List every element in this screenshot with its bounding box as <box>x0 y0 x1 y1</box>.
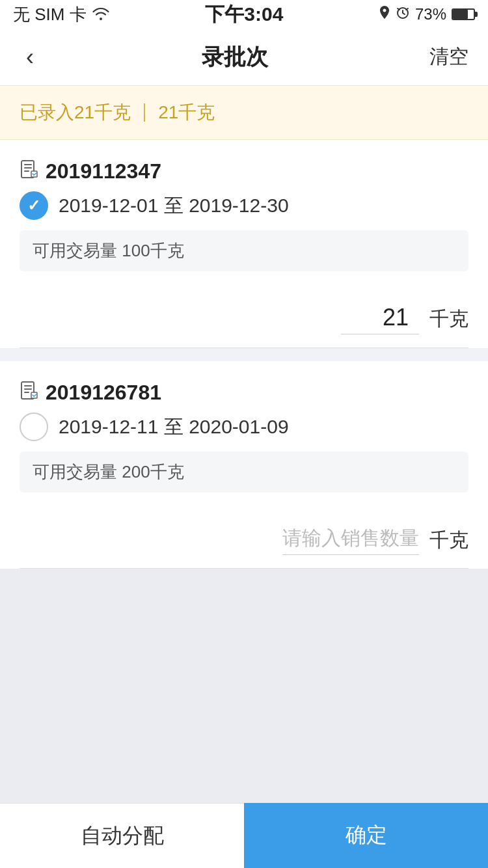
location-icon <box>379 5 390 23</box>
summary-value: 21千克 <box>158 100 215 125</box>
auto-distribute-button[interactable]: 自动分配 <box>0 803 244 868</box>
status-bar: 无 SIM 卡 下午3:04 73% <box>0 0 488 29</box>
summary-divider <box>144 103 145 122</box>
batch-id-2: 2019126781 <box>46 381 161 405</box>
qty-unit-2: 千克 <box>429 527 468 554</box>
batch-date-1: 2019-12-01 至 2019-12-30 <box>59 193 289 219</box>
battery-percent: 73% <box>415 5 446 23</box>
wifi-icon <box>92 5 110 25</box>
page-title: 录批次 <box>202 42 268 72</box>
batch-item-2: 2019126781 2019-12-11 至 2020-01-09 可用交易量… <box>0 361 488 519</box>
summary-banner: 已录入21千克 21千克 <box>0 86 488 140</box>
clear-button[interactable]: 清空 <box>429 44 468 70</box>
status-right: 73% <box>379 5 475 23</box>
batch-header-2: 2019126781 <box>20 381 468 405</box>
batch-card-1: 2019112347 2019-12-01 至 2019-12-30 可用交易量… <box>0 140 488 348</box>
batch-date-2: 2019-12-11 至 2020-01-09 <box>59 414 289 441</box>
qty-display-2[interactable]: 请输入销售数量 <box>282 525 419 555</box>
battery-icon <box>452 8 475 20</box>
no-sim-text: 无 SIM 卡 <box>13 3 87 26</box>
batch-id-1: 2019112347 <box>46 159 161 183</box>
qty-row-1: 21 千克 <box>0 297 488 347</box>
radio-1[interactable] <box>20 191 48 220</box>
status-left: 无 SIM 卡 <box>13 3 110 26</box>
confirm-button[interactable]: 确定 <box>244 803 488 868</box>
alarm-icon <box>396 5 410 23</box>
qty-display-1[interactable]: 21 <box>341 304 419 334</box>
svg-rect-2 <box>31 171 37 177</box>
status-time: 下午3:04 <box>205 1 283 28</box>
summary-label: 已录入21千克 <box>20 100 131 125</box>
doc-icon-2 <box>20 381 39 405</box>
batch-header-1: 2019112347 <box>20 159 468 183</box>
nav-bar: ‹ 录批次 清空 <box>0 29 488 86</box>
empty-area <box>0 569 488 829</box>
batch-item-1: 2019112347 2019-12-01 至 2019-12-30 可用交易量… <box>0 140 488 297</box>
available-qty-1: 可用交易量 100千克 <box>20 230 468 271</box>
qty-value-1: 21 <box>383 304 409 331</box>
qty-unit-1: 千克 <box>429 306 468 332</box>
available-qty-2: 可用交易量 200千克 <box>20 452 468 493</box>
batch-card-2: 2019126781 2019-12-11 至 2020-01-09 可用交易量… <box>0 361 488 569</box>
batch-date-row-2: 2019-12-11 至 2020-01-09 <box>20 413 468 441</box>
svg-rect-4 <box>31 392 37 398</box>
qty-placeholder-2: 请输入销售数量 <box>282 527 419 549</box>
section-divider-1 <box>20 347 468 348</box>
back-button[interactable]: ‹ <box>20 37 40 77</box>
bottom-actions: 自动分配 确定 <box>0 803 488 868</box>
doc-icon-1 <box>20 159 39 183</box>
batch-date-row-1: 2019-12-01 至 2019-12-30 <box>20 191 468 220</box>
radio-2[interactable] <box>20 413 48 441</box>
qty-row-2: 请输入销售数量 千克 <box>0 519 488 568</box>
